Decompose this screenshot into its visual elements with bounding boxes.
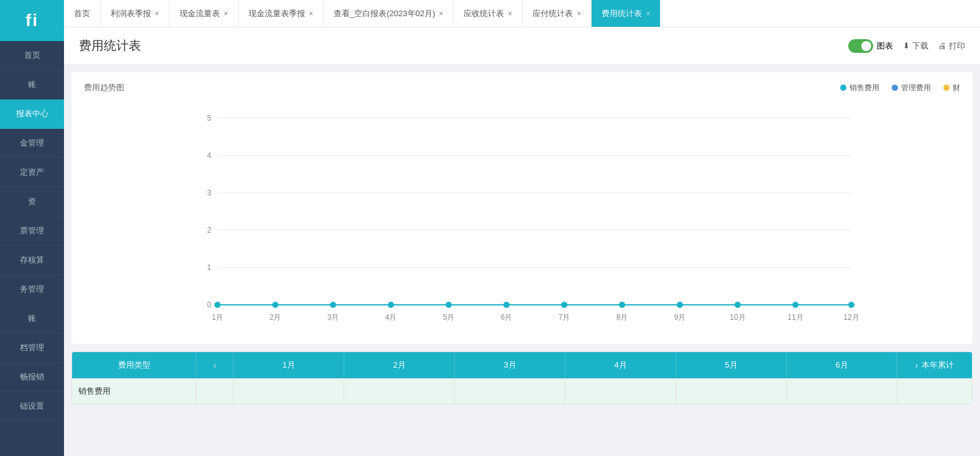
svg-text:3月: 3月: [327, 313, 339, 322]
chart-header: 费用趋势图 销售费用 管理费用 财: [84, 82, 960, 93]
svg-text:10月: 10月: [730, 313, 745, 322]
svg-point-30: [561, 302, 567, 308]
tab-blank-report-label: 查看_空白报表(2023年02月): [334, 8, 435, 19]
page-title: 费用统计表: [79, 37, 141, 54]
svg-text:2月: 2月: [270, 313, 282, 322]
table-header: 费用类型 ‹ 1月 2月 3月 4月 5月: [72, 352, 972, 378]
print-label: 打印: [949, 40, 965, 52]
tab-profit-quarterly[interactable]: 利润表季报 ×: [101, 0, 170, 27]
tab-payable[interactable]: 应付统计表 ×: [523, 0, 592, 27]
svg-point-25: [272, 302, 278, 308]
sidebar-item-tickets[interactable]: 票管理: [0, 216, 64, 246]
tab-profit-quarterly-close[interactable]: ×: [155, 9, 159, 18]
tab-payable-close[interactable]: ×: [577, 9, 581, 18]
col-may-label: 5月: [725, 360, 737, 371]
sidebar-item-assets[interactable]: 定资产: [0, 158, 64, 187]
sidebar-logo: fi: [0, 0, 64, 41]
page-header: 费用统计表 图表 ⬇ 下载 🖨 打印: [64, 27, 980, 65]
row-jan-cell: [234, 379, 344, 404]
sidebar-item-finance[interactable]: 金管理: [0, 129, 64, 158]
svg-text:6月: 6月: [501, 313, 513, 322]
tab-cashflow[interactable]: 现金流量表 ×: [170, 0, 239, 27]
sidebar-item-ledger[interactable]: 账: [0, 304, 64, 333]
chart-toggle[interactable]: [848, 39, 873, 53]
tab-home[interactable]: 首页: [64, 0, 101, 27]
svg-point-35: [848, 302, 854, 308]
col-nav-next-total[interactable]: › 本年累计: [897, 352, 972, 378]
table-section: 费用类型 ‹ 1月 2月 3月 4月 5月: [71, 351, 973, 404]
col-type-label: 费用类型: [118, 360, 150, 371]
tab-receivable[interactable]: 应收统计表 ×: [454, 0, 523, 27]
tab-blank-report-close[interactable]: ×: [439, 9, 443, 18]
svg-text:5月: 5月: [443, 313, 455, 322]
sidebar-item-reimbursement[interactable]: 畅报销: [0, 363, 64, 392]
chart-toggle-label: 图表: [877, 40, 893, 52]
chart-canvas: 5 4 3 2 1 0 1月 2月 3月 4月 5月 6月 7月 8月 9: [84, 100, 960, 332]
sidebar-item-reports[interactable]: 报表中心: [0, 100, 64, 129]
legend-finance-dot: [943, 85, 950, 91]
svg-point-29: [503, 302, 510, 308]
tab-cashflow-label: 现金流量表: [180, 8, 220, 19]
table-row: 销售费用: [72, 378, 972, 404]
legend-finance-label: 财: [953, 83, 960, 93]
row-apr-cell: [566, 379, 676, 404]
sidebar: fi 首页 账 报表中心 金管理 定资产 资 票管理 存核算 务管理 账 档管理…: [0, 0, 64, 456]
print-button[interactable]: 🖨 打印: [938, 40, 965, 52]
tab-home-label: 首页: [74, 8, 90, 19]
col-header-may: 5月: [676, 352, 787, 378]
svg-text:5: 5: [207, 114, 211, 123]
download-icon: ⬇: [903, 41, 910, 50]
col-header-type: 费用类型: [72, 352, 196, 378]
col-header-feb: 2月: [344, 352, 455, 378]
tab-cashflow-quarterly-label: 现金流量表季报: [249, 8, 305, 19]
col-jun-label: 6月: [835, 360, 848, 371]
tab-cashflow-quarterly[interactable]: 现金流量表季报 ×: [239, 0, 324, 27]
sidebar-item-home[interactable]: 首页: [0, 41, 64, 70]
tab-cashflow-close[interactable]: ×: [224, 9, 228, 18]
tab-payable-label: 应付统计表: [533, 8, 573, 19]
col-header-jun: 6月: [787, 352, 897, 378]
row-jun-cell: [787, 379, 897, 404]
svg-point-28: [446, 302, 452, 308]
sidebar-item-capital[interactable]: 资: [0, 187, 64, 216]
tab-expense-close[interactable]: ×: [646, 9, 650, 18]
legend-finance: 财: [943, 83, 960, 93]
legend-sales-label: 销售费用: [849, 83, 879, 93]
col-total-label: 本年累计: [922, 360, 954, 371]
svg-point-34: [792, 302, 799, 308]
legend-admin: 管理费用: [892, 83, 931, 93]
download-button[interactable]: ⬇ 下载: [903, 40, 928, 52]
sidebar-item-archives[interactable]: 档管理: [0, 333, 64, 363]
legend-sales-dot: [840, 85, 846, 91]
col-feb-label: 2月: [393, 360, 405, 371]
svg-point-27: [388, 302, 394, 308]
tab-cashflow-quarterly-close[interactable]: ×: [309, 9, 313, 18]
sidebar-item-account[interactable]: 账: [0, 70, 64, 100]
svg-text:1: 1: [207, 263, 211, 272]
tab-profit-quarterly-label: 利润表季报: [111, 8, 151, 19]
svg-text:11月: 11月: [787, 313, 803, 322]
svg-point-33: [735, 302, 741, 308]
svg-text:12月: 12月: [843, 313, 859, 322]
next-arrow-icon[interactable]: ›: [915, 360, 918, 370]
print-icon: 🖨: [938, 41, 946, 50]
col-header-apr: 4月: [566, 352, 676, 378]
row-feb-cell: [344, 379, 455, 404]
sidebar-item-affairs[interactable]: 务管理: [0, 275, 64, 304]
prev-arrow-icon[interactable]: ‹: [213, 360, 216, 370]
col-nav-prev[interactable]: ‹: [196, 352, 234, 378]
tab-receivable-close[interactable]: ×: [508, 9, 512, 18]
col-header-jan: 1月: [234, 352, 344, 378]
sidebar-item-settings[interactable]: 础设置: [0, 392, 64, 421]
svg-text:0: 0: [207, 300, 211, 309]
legend-admin-dot: [892, 85, 898, 91]
col-jan-label: 1月: [282, 360, 295, 371]
chart-section: 费用趋势图 销售费用 管理费用 财: [71, 72, 973, 344]
sidebar-item-inventory[interactable]: 存核算: [0, 246, 64, 275]
svg-text:3: 3: [207, 188, 211, 197]
svg-text:4: 4: [207, 151, 211, 160]
tab-expense[interactable]: 费用统计表 ×: [592, 0, 661, 27]
tab-blank-report[interactable]: 查看_空白报表(2023年02月) ×: [324, 0, 454, 27]
chart-svg: 5 4 3 2 1 0 1月 2月 3月 4月 5月 6月 7月 8月 9: [84, 100, 960, 330]
header-actions: 图表 ⬇ 下载 🖨 打印: [848, 39, 965, 53]
